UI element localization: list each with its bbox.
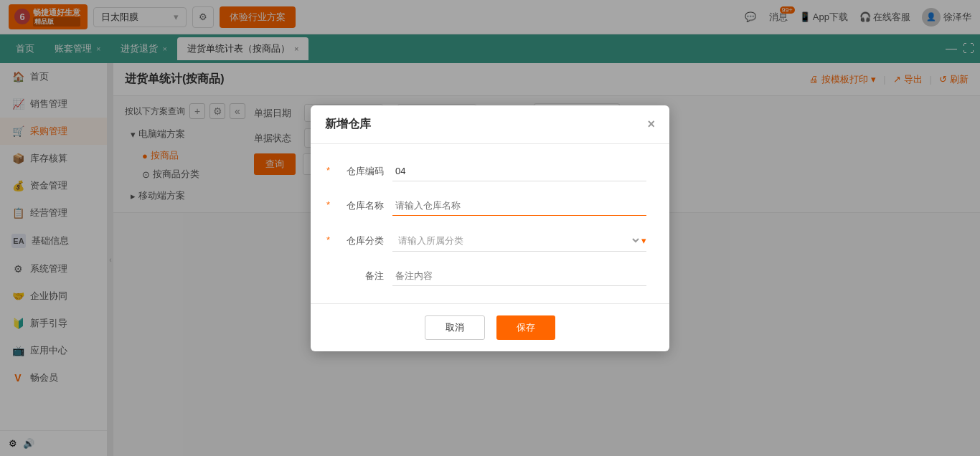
modal-title: 新增仓库	[325, 117, 371, 132]
modal-header: 新增仓库 ×	[311, 105, 669, 144]
warehouse-code-input[interactable]	[392, 161, 646, 181]
cancel-button[interactable]: 取消	[425, 315, 485, 340]
warehouse-category-select[interactable]: 请输入所属分类	[392, 230, 641, 251]
warehouse-category-select-wrap: 请输入所属分类 ▾	[392, 230, 646, 252]
new-warehouse-modal: 新增仓库 × 仓库编码 仓库名称 仓库分类	[311, 105, 669, 351]
modal-footer: 取消 保存	[311, 303, 669, 351]
category-dropdown-icon: ▾	[641, 235, 646, 246]
warehouse-category-label: 仓库分类	[334, 234, 384, 247]
modal-close-button[interactable]: ×	[647, 117, 655, 132]
warehouse-name-input[interactable]	[392, 196, 646, 216]
warehouse-category-row: 仓库分类 请输入所属分类 ▾	[334, 230, 646, 252]
warehouse-code-label: 仓库编码	[334, 165, 384, 178]
warehouse-remark-row: 备注	[334, 266, 646, 286]
modal-body: 仓库编码 仓库名称 仓库分类 请输入所属分类	[311, 144, 669, 303]
save-button[interactable]: 保存	[496, 315, 555, 340]
warehouse-remark-label: 备注	[334, 270, 384, 282]
warehouse-code-row: 仓库编码	[334, 161, 646, 181]
warehouse-name-row: 仓库名称	[334, 196, 646, 216]
warehouse-name-label: 仓库名称	[334, 199, 384, 212]
warehouse-remark-input[interactable]	[392, 266, 646, 286]
modal-overlay: 新增仓库 × 仓库编码 仓库名称 仓库分类	[0, 0, 980, 456]
